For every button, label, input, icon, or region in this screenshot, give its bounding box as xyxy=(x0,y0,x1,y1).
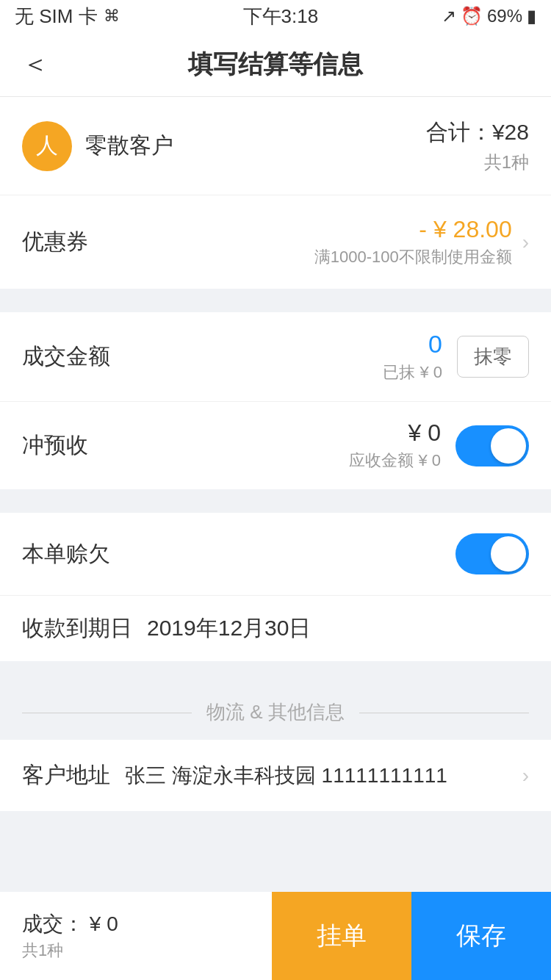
coupon-right: - ¥ 28.00 满1000-100不限制使用金额 › xyxy=(314,216,529,268)
toggle-knob xyxy=(491,428,526,464)
section-divider-1 xyxy=(0,300,551,312)
back-icon: ＜ xyxy=(22,48,48,79)
total-count: 共1种 xyxy=(426,151,529,174)
bottom-bar: 成交： ¥ 0 共1种 挂单 保存 xyxy=(0,892,551,980)
logistics-section: 物流 & 其他信息 xyxy=(0,685,551,740)
prepay-amount: ¥ 0 xyxy=(349,419,441,447)
customer-name: 零散客户 xyxy=(85,131,173,161)
status-right: ↗ ⏰ 69% ▮ xyxy=(442,6,536,26)
address-label: 客户地址 xyxy=(22,760,110,790)
logistics-title: 物流 & 其他信息 xyxy=(192,699,359,725)
coupon-value-block: - ¥ 28.00 满1000-100不限制使用金额 xyxy=(314,216,512,268)
back-button[interactable]: ＜ xyxy=(22,46,48,82)
discount-desc: 满1000-100不限制使用金额 xyxy=(314,246,512,268)
pending-button[interactable]: 挂单 xyxy=(272,892,411,980)
battery-icon: ▮ xyxy=(527,6,536,26)
prepay-toggle[interactable] xyxy=(455,425,529,466)
debt-toggle[interactable] xyxy=(455,533,529,574)
section-divider-3 xyxy=(0,673,551,685)
prepay-right: ¥ 0 应收金额 ¥ 0 xyxy=(349,419,529,472)
address-row[interactable]: 客户地址 张三 海淀永丰科技园 11111111111 › xyxy=(0,740,551,811)
content-area: 人 零散客户 合计：¥28 共1种 优惠券 - ¥ 28.00 满1000-10… xyxy=(0,97,551,926)
debt-card: 本单赊欠 收款到期日 2019年12月30日 xyxy=(0,513,551,661)
bottom-summary: 成交： ¥ 0 共1种 xyxy=(0,910,272,962)
section-divider-2 xyxy=(0,501,551,513)
page-title: 填写结算等信息 xyxy=(188,48,363,82)
customer-card: 人 零散客户 合计：¥28 共1种 优惠券 - ¥ 28.00 满1000-10… xyxy=(0,97,551,289)
prepay-sub: 应收金额 ¥ 0 xyxy=(349,450,441,472)
prepay-row: 冲预收 ¥ 0 应收金额 ¥ 0 xyxy=(0,402,551,489)
due-date-row: 收款到期日 2019年12月30日 xyxy=(0,595,551,661)
sim-label: 无 SIM 卡 xyxy=(15,4,98,29)
debt-toggle-knob xyxy=(491,536,526,572)
bottom-transaction-label: 成交： xyxy=(22,912,84,935)
wifi-icon: ⌘ xyxy=(104,7,120,26)
avatar: 人 xyxy=(22,121,72,171)
debt-label: 本单赊欠 xyxy=(22,539,110,569)
coupon-row[interactable]: 优惠券 - ¥ 28.00 满1000-100不限制使用金额 › xyxy=(0,195,551,289)
address-card[interactable]: 客户地址 张三 海淀永丰科技园 11111111111 › xyxy=(0,740,551,811)
address-value: 张三 海淀永丰科技园 11111111111 xyxy=(125,762,522,790)
customer-total: 合计：¥28 共1种 xyxy=(426,118,529,174)
nav-bar: ＜ 填写结算等信息 xyxy=(0,32,551,97)
transaction-sub: 已抹 ¥ 0 xyxy=(383,361,442,383)
alarm-icon: ⏰ xyxy=(461,6,483,26)
bottom-transaction-line: 成交： ¥ 0 xyxy=(22,910,250,938)
transaction-amount-row: 成交金额 0 已抹 ¥ 0 抹零 xyxy=(0,312,551,402)
address-chevron-icon: › xyxy=(522,764,529,788)
transaction-right: 0 已抹 ¥ 0 抹零 xyxy=(383,330,529,383)
transaction-value-block: 0 已抹 ¥ 0 xyxy=(383,330,442,383)
battery-label: 69% xyxy=(487,6,522,26)
customer-row: 人 零散客户 合计：¥28 共1种 xyxy=(0,97,551,195)
prepay-value-block: ¥ 0 应收金额 ¥ 0 xyxy=(349,419,441,472)
customer-info: 人 零散客户 xyxy=(22,121,173,171)
round-button[interactable]: 抹零 xyxy=(457,336,529,378)
coupon-chevron-icon: › xyxy=(522,231,529,254)
bottom-count: 共1种 xyxy=(22,940,250,962)
debt-row: 本单赊欠 xyxy=(0,513,551,595)
total-amount: 合计：¥28 xyxy=(426,118,529,148)
due-date-value: 2019年12月30日 xyxy=(147,613,311,644)
status-left: 无 SIM 卡 ⌘ xyxy=(15,4,120,29)
due-date-label: 收款到期日 xyxy=(22,613,132,644)
transaction-amount: 0 xyxy=(383,330,442,359)
status-bar: 无 SIM 卡 ⌘ 下午3:18 ↗ ⏰ 69% ▮ xyxy=(0,0,551,32)
transaction-label: 成交金额 xyxy=(22,342,110,372)
save-button[interactable]: 保存 xyxy=(411,892,551,980)
transaction-card: 成交金额 0 已抹 ¥ 0 抹零 冲预收 ¥ 0 应收金额 ¥ 0 xyxy=(0,312,551,489)
bottom-transaction-value: ¥ 0 xyxy=(90,912,118,935)
discount-amount: - ¥ 28.00 xyxy=(314,216,512,243)
status-time: 下午3:18 xyxy=(243,4,319,29)
prepay-label: 冲预收 xyxy=(22,430,88,461)
location-icon: ↗ xyxy=(442,6,456,26)
avatar-icon: 人 xyxy=(36,131,58,161)
coupon-label: 优惠券 xyxy=(22,227,88,257)
